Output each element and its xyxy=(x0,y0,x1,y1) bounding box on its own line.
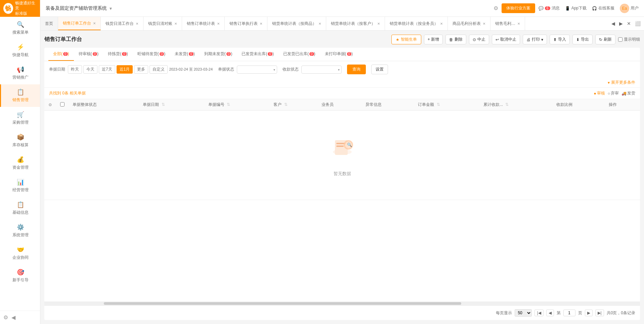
sidebar-item-search[interactable]: 🔍搜索菜单 xyxy=(0,17,40,39)
tab-sales-more[interactable]: 销售毛利…✕ xyxy=(490,17,525,30)
online-service-item[interactable]: 🎧 在线客服 xyxy=(592,5,614,11)
refresh-btn[interactable]: ↻ 刷新 xyxy=(595,35,615,44)
review-btn[interactable]: ● 审核 xyxy=(594,90,605,96)
filter-tab-全部[interactable]: 全部(0) xyxy=(48,48,74,61)
tab-sales-stat-product[interactable]: 销货单统计表（按商品）✕ xyxy=(267,17,326,30)
show-details-checkbox[interactable] xyxy=(618,37,622,42)
show-details-checkbox-label[interactable]: 显示明细 xyxy=(618,37,640,42)
cancel-review-btn[interactable]: ○ 弃审 xyxy=(608,90,619,96)
import-btn[interactable]: ⬆ 导入 xyxy=(550,35,570,44)
filter-tab-待审核[interactable]: 待审核(0) xyxy=(74,48,103,61)
sidebar-item-basic-info[interactable]: 📋基础信息 xyxy=(0,197,40,219)
per-page-select[interactable]: 50 100 200 xyxy=(515,309,532,317)
message-item[interactable]: 💬 6 消息 xyxy=(539,5,560,11)
tabs-close-all-icon[interactable]: ✕ xyxy=(626,20,632,27)
tab-close-sales-stat-customer[interactable]: ✕ xyxy=(377,22,380,26)
col-checkbox[interactable] xyxy=(56,99,69,111)
date-btn-自定义[interactable]: 自定义 xyxy=(149,65,168,74)
user-item[interactable]: Ea 用户 xyxy=(620,4,639,13)
tab-close-gross-profit[interactable]: ✕ xyxy=(483,22,485,26)
tabs-maximize-icon[interactable]: ⬜ xyxy=(634,20,642,27)
filter-tab-未打印单据[interactable]: 未打印单据(0) xyxy=(320,48,358,61)
prev-page-btn[interactable]: ◀ xyxy=(546,310,554,316)
sidebar-item-finance[interactable]: 💰资金管理 xyxy=(0,152,40,174)
sidebar-item-guide[interactable]: 🎯新手引导 xyxy=(0,265,40,287)
payment-select[interactable] xyxy=(301,66,342,74)
sidebar-item-quick-nav[interactable]: ⚡快捷导航 xyxy=(0,39,40,62)
filter-tab-未发货[interactable]: 未发货(0) xyxy=(170,48,200,61)
page-input[interactable] xyxy=(563,310,575,316)
tab-gross-profit[interactable]: 商品毛利分析表✕ xyxy=(448,17,490,30)
filter-tab-已发货未出库[interactable]: 已发货未出库(0) xyxy=(237,48,278,61)
first-page-btn[interactable]: |◀ xyxy=(534,310,543,316)
tab-close-sales-more[interactable]: ✕ xyxy=(517,22,520,26)
filter-tab-已发货已出库[interactable]: 已发货已出库(0) xyxy=(278,48,320,61)
col-customer[interactable]: 客户 ⇅ xyxy=(269,99,317,111)
tab-sales-stat-staff[interactable]: 销货单统计表（按业务员）✕ xyxy=(385,17,448,30)
print-btn[interactable]: 🖨 打印 ▾ xyxy=(523,35,547,44)
sidebar-item-marketing[interactable]: 📢营销推广 xyxy=(0,62,40,84)
tab-home[interactable]: 首页 xyxy=(40,17,58,30)
expand-more-btn[interactable]: ▾ 展开更多条件 xyxy=(608,80,635,85)
sidebar-item-purchase[interactable]: 🛒采购管理 xyxy=(0,107,40,129)
filter-tab-旺铺待发货[interactable]: 旺铺待发货(0) xyxy=(133,48,170,61)
tabs-next-icon[interactable]: ▶ xyxy=(618,20,624,27)
col-settings[interactable]: ⚙ xyxy=(44,99,56,111)
filter-tab-到期未发货[interactable]: 到期未发货(0) xyxy=(200,48,237,61)
ship-btn[interactable]: 🚚 发货 xyxy=(621,90,635,96)
tab-sales-stat-customer[interactable]: 销货单统计表（按客户）✕ xyxy=(326,17,385,30)
horizontal-scrollbar[interactable] xyxy=(44,301,640,306)
tabs-prev-icon[interactable]: ◀ xyxy=(610,20,616,27)
tab-sales-stat[interactable]: 销售订单统计表✕ xyxy=(182,17,225,30)
tab-close-sales-workbench[interactable]: ✕ xyxy=(93,22,96,25)
sidebar-item-system[interactable]: ⚙️系统管理 xyxy=(0,219,40,242)
table-scroll-area[interactable]: ⚙ 单据整体状态 单据日期 ⇅ 单据编号 ⇅ 客户 ⇅ 业务员 异常信息 订单金… xyxy=(44,99,640,301)
sidebar-item-operations[interactable]: 📊经营管理 xyxy=(0,174,40,197)
delete-btn[interactable]: 🗑 删除 xyxy=(445,35,466,44)
date-btn-今天[interactable]: 今天 xyxy=(83,65,97,74)
settings-footer-icon[interactable]: ⚙ xyxy=(3,314,8,321)
tab-close-cash-daily[interactable]: ✕ xyxy=(136,22,138,26)
date-btn-近7天[interactable]: 近7天 xyxy=(99,65,115,74)
date-btn-昨天[interactable]: 昨天 xyxy=(68,65,82,74)
stop-btn[interactable]: ⊙ 中止 xyxy=(469,35,489,44)
tab-sales-exec[interactable]: 销售订单执行表✕ xyxy=(225,17,267,30)
app-download-item[interactable]: 📱 App下载 xyxy=(565,5,587,11)
tab-close-sales-stat-staff[interactable]: ✕ xyxy=(440,22,443,26)
col-date[interactable]: 单据日期 ⇅ xyxy=(139,99,204,111)
date-btn-近1月[interactable]: 近1月 xyxy=(117,65,133,74)
collapse-icon[interactable]: ◀ xyxy=(11,314,15,321)
add-btn[interactable]: + 新增 xyxy=(424,35,443,44)
filter-tab-待拣货[interactable]: 待拣货(0) xyxy=(103,48,133,61)
export-btn[interactable]: ⬇ 导出 xyxy=(572,35,593,44)
sidebar-label-guide: 新手引导 xyxy=(12,277,29,283)
tab-close-sales-stat-product[interactable]: ✕ xyxy=(318,22,321,26)
tab-close-sales-stat[interactable]: ✕ xyxy=(217,22,220,26)
topbar-gear-icon[interactable]: ⚙ xyxy=(493,5,498,11)
industry-btn[interactable]: 体验行业方案 xyxy=(502,3,535,13)
col-number[interactable]: 单据编号 ⇅ xyxy=(204,99,270,111)
settings-btn[interactable]: 设置 xyxy=(371,65,388,74)
tab-cash-daily[interactable]: 钱货日清工作台✕ xyxy=(101,17,143,30)
tab-sales-workbench[interactable]: 销售订单工作台✕ xyxy=(58,17,101,30)
col-amount[interactable]: 订单金额 ⇅ xyxy=(414,99,479,111)
sidebar-item-inventory[interactable]: 📦库存核算 xyxy=(0,129,40,152)
tab-close-cash-reconcile[interactable]: ✕ xyxy=(174,22,177,26)
smart-generate-btn[interactable]: ★ 智能生单 xyxy=(391,35,421,44)
sidebar-logo: 畅 畅捷通好生意 标准版 xyxy=(0,0,40,17)
scrollbar-thumb[interactable] xyxy=(104,302,461,305)
cancel-stop-btn[interactable]: ↩ 取消中止 xyxy=(492,35,520,44)
last-page-btn[interactable]: ▶| xyxy=(595,310,604,316)
query-btn[interactable]: 查询 xyxy=(347,65,366,74)
select-all-checkbox[interactable] xyxy=(60,102,65,107)
tabs-nav: ◀ ▶ ✕ ⬜ xyxy=(608,20,644,27)
sidebar-item-enterprise[interactable]: 🤝企业协同 xyxy=(0,242,40,265)
next-page-btn[interactable]: ▶ xyxy=(585,310,593,316)
status-select[interactable] xyxy=(237,66,277,74)
col-cumulative[interactable]: 累计收款... ⇅ xyxy=(479,99,552,111)
tab-close-sales-exec[interactable]: ✕ xyxy=(260,22,262,26)
tab-cash-reconcile[interactable]: 钱货日清对账✕ xyxy=(143,17,182,30)
sidebar-item-sales[interactable]: 📋销售管理 xyxy=(0,84,40,107)
topbar-dropdown-icon[interactable]: ▾ xyxy=(110,6,112,11)
date-btn-更多[interactable]: 更多 xyxy=(134,65,148,74)
